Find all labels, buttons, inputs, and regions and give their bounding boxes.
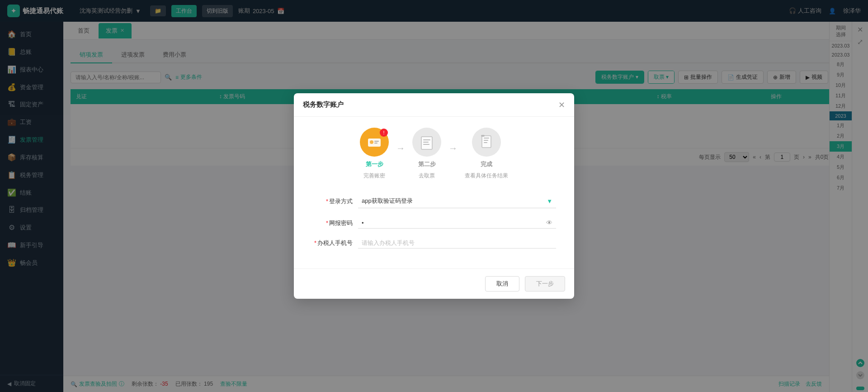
- phone-required-mark: *: [314, 239, 316, 246]
- step-1-error-badge: !: [380, 129, 388, 137]
- svg-rect-14: [481, 135, 485, 137]
- password-input[interactable]: [362, 220, 546, 226]
- modal-close-button[interactable]: ✕: [558, 101, 565, 109]
- login-method-row: *登录方式 app获取验证码登录 ▼: [312, 194, 556, 208]
- phone-input[interactable]: [362, 239, 552, 246]
- step-1-desc: 完善账密: [363, 172, 385, 180]
- steps-area: ! 第一步 完善账密 →: [312, 128, 556, 180]
- svg-rect-13: [484, 142, 487, 143]
- login-method-value: app获取验证码登录: [362, 197, 413, 205]
- svg-rect-6: [421, 137, 432, 149]
- step-3: 完成 查看具体任务结果: [465, 128, 508, 180]
- dropdown-icon: ▼: [547, 198, 552, 205]
- svg-rect-10: [482, 136, 491, 148]
- modal-header: 税务数字账户 ✕: [294, 93, 574, 117]
- step-3-icon: [472, 128, 501, 157]
- pwd-required-mark: *: [326, 220, 328, 226]
- svg-point-3: [370, 140, 373, 144]
- step-3-desc: 查看具体任务结果: [465, 172, 508, 180]
- svg-rect-9: [423, 144, 429, 145]
- password-label: *网报密码: [312, 219, 353, 227]
- svg-rect-8: [423, 142, 429, 143]
- step-1-label: 第一步: [366, 160, 383, 168]
- svg-rect-4: [374, 141, 379, 142]
- step-2: 第二步 去取票: [412, 128, 441, 180]
- next-button[interactable]: 下一步: [525, 276, 565, 292]
- phone-input-wrap: [358, 238, 556, 249]
- modal-footer: 取消 下一步: [294, 268, 574, 299]
- password-input-wrap: 👁: [358, 217, 556, 229]
- step-arrow-1: →: [396, 143, 405, 153]
- svg-rect-11: [484, 138, 489, 139]
- step-2-icon: [412, 128, 441, 157]
- svg-rect-12: [484, 140, 488, 141]
- svg-rect-7: [423, 139, 430, 140]
- password-row: *网报密码 👁: [312, 217, 556, 229]
- tax-account-modal: 税务数字账户 ✕ !: [294, 93, 574, 299]
- modal-body: ! 第一步 完善账密 →: [294, 117, 574, 268]
- modal-overlay: 税务数字账户 ✕ !: [0, 0, 868, 392]
- phone-row: *办税人手机号: [312, 238, 556, 249]
- step-1: ! 第一步 完善账密: [360, 128, 389, 180]
- step-3-label: 完成: [481, 160, 492, 168]
- cancel-button[interactable]: 取消: [485, 276, 519, 292]
- step-1-icon: !: [360, 128, 389, 157]
- login-method-select[interactable]: app获取验证码登录 ▼: [358, 194, 556, 208]
- step-2-label: 第二步: [418, 160, 436, 168]
- step-arrow-2: →: [448, 143, 458, 153]
- phone-label: *办税人手机号: [312, 239, 353, 247]
- svg-rect-5: [374, 143, 377, 143]
- login-required-mark: *: [326, 198, 328, 205]
- step-2-desc: 去取票: [419, 172, 435, 180]
- modal-title: 税务数字账户: [303, 100, 344, 109]
- login-method-label: *登录方式: [312, 197, 353, 206]
- eye-toggle-icon[interactable]: 👁: [546, 219, 552, 226]
